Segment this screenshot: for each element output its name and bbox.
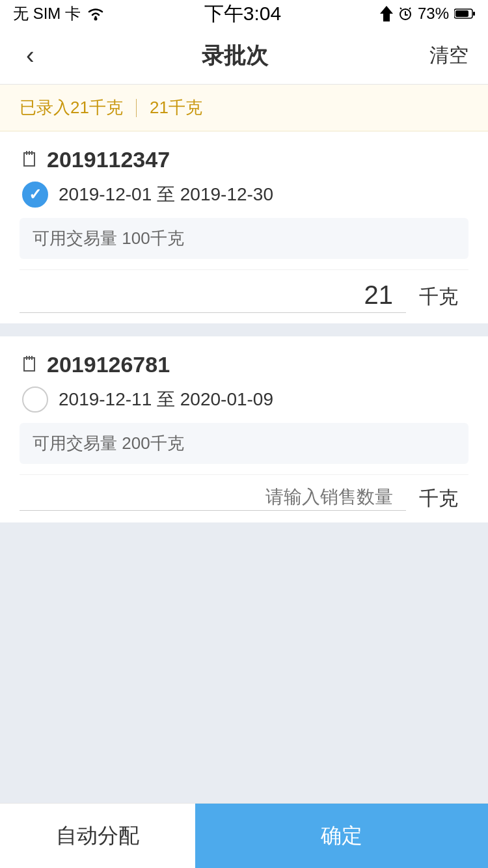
batch-2-doc-icon: 🗒 <box>20 353 40 377</box>
status-right: 73% <box>380 5 475 23</box>
batch-2-date: 2019-12-11 至 2020-01-09 <box>59 387 273 412</box>
confirm-button[interactable]: 确定 <box>195 804 488 868</box>
batch-2-header: 🗒 2019126781 <box>20 352 468 377</box>
batch-2-quantity-row: 千克 <box>20 474 468 522</box>
batch-2-quantity-underline <box>20 487 406 511</box>
batch-1-quantity-underline <box>20 280 406 313</box>
section-divider-2 <box>0 522 488 783</box>
batch-1-date: 2019-12-01 至 2019-12-30 <box>59 182 273 207</box>
batch-2-unit: 千克 <box>419 485 468 512</box>
svg-point-0 <box>94 18 98 21</box>
battery-icon <box>454 8 475 20</box>
content-area: 🗒 2019112347 2019-12-01 至 2019-12-30 可用交… <box>0 131 488 868</box>
back-button[interactable]: ‹ <box>20 35 41 76</box>
batch-2-stock: 可用交易量 200千克 <box>20 423 468 464</box>
page-title: 录批次 <box>202 41 268 71</box>
svg-line-6 <box>409 8 411 9</box>
svg-rect-8 <box>473 12 475 16</box>
clear-button[interactable]: 清空 <box>429 42 468 69</box>
bottom-buttons: 自动分配 确定 <box>0 803 488 868</box>
section-divider-1 <box>0 323 488 336</box>
batch-2-quantity-input[interactable] <box>224 487 393 508</box>
batch-1-unit: 千克 <box>419 284 468 310</box>
batch-2-date-row: 2019-12-11 至 2020-01-09 <box>20 387 468 413</box>
total-amount: 21千克 <box>150 96 202 119</box>
batch-1-header: 🗒 2019112347 <box>20 147 468 172</box>
location-icon <box>380 6 393 21</box>
svg-marker-1 <box>380 6 393 21</box>
batch-1-item: 🗒 2019112347 2019-12-01 至 2019-12-30 可用交… <box>0 131 488 323</box>
status-time: 下午3:04 <box>204 1 281 27</box>
batch-1-date-row: 2019-12-01 至 2019-12-30 <box>20 182 468 208</box>
batch-2-id: 2019126781 <box>47 352 170 377</box>
batch-1-doc-icon: 🗒 <box>20 148 40 172</box>
svg-rect-9 <box>455 10 468 17</box>
batch-2-section: 🗒 2019126781 2019-12-11 至 2020-01-09 可用交… <box>0 336 488 522</box>
nav-bar: ‹ 录批次 清空 <box>0 27 488 85</box>
batch-1-section: 🗒 2019112347 2019-12-01 至 2019-12-30 可用交… <box>0 131 488 323</box>
batch-1-stock: 可用交易量 100千克 <box>20 218 468 259</box>
banner-divider <box>136 99 137 117</box>
battery-percentage: 73% <box>418 5 449 23</box>
batch-1-quantity-row: 千克 <box>20 269 468 323</box>
alarm-icon <box>398 7 413 21</box>
wifi-icon <box>86 7 105 21</box>
batch-1-quantity-input[interactable] <box>328 280 393 310</box>
status-bar: 无 SIM 卡 下午3:04 73% <box>0 0 488 27</box>
batch-2-radio[interactable] <box>22 387 48 413</box>
status-left: 无 SIM 卡 <box>13 3 105 24</box>
sim-label: 无 SIM 卡 <box>13 3 81 24</box>
auto-distribute-button[interactable]: 自动分配 <box>0 804 195 868</box>
batch-1-id: 2019112347 <box>47 147 170 172</box>
svg-line-5 <box>400 8 401 9</box>
info-banner: 已录入21千克 21千克 <box>0 85 488 131</box>
recorded-amount: 已录入21千克 <box>20 96 123 119</box>
batch-1-radio[interactable] <box>22 182 48 208</box>
batch-2-item: 🗒 2019126781 2019-12-11 至 2020-01-09 可用交… <box>0 336 488 522</box>
